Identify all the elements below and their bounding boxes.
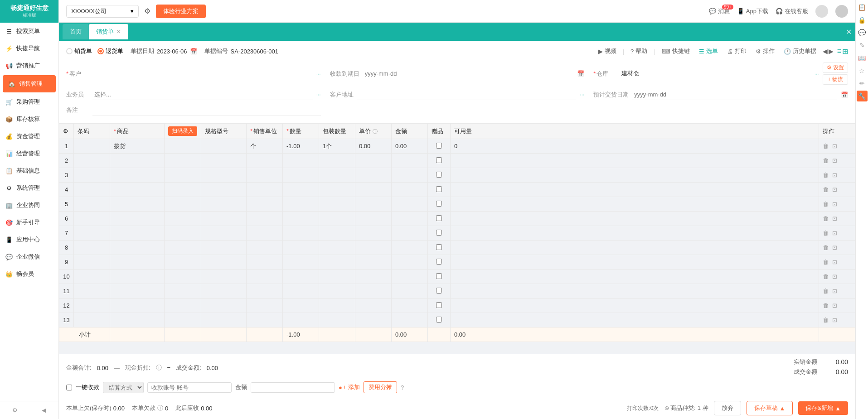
cell-barcode[interactable]: [74, 168, 110, 183]
cell-gift[interactable]: [428, 241, 451, 255]
cell-barcode[interactable]: [74, 255, 110, 270]
salesperson-input[interactable]: [92, 89, 313, 100]
calendar-icon2[interactable]: 📅: [577, 70, 584, 77]
cell-barcode[interactable]: [74, 241, 110, 255]
cell-barcode[interactable]: [74, 226, 110, 241]
video-btn[interactable]: ▶ 视频: [596, 46, 619, 56]
gift-checkbox[interactable]: [436, 157, 442, 163]
list-view-btn2[interactable]: ⊞: [842, 47, 848, 56]
sidebar-collapse-btn[interactable]: ◀: [40, 405, 48, 415]
expected-date-input[interactable]: [632, 89, 837, 100]
copy-icon[interactable]: ⊡: [832, 157, 837, 164]
gift-checkbox[interactable]: [436, 230, 442, 236]
barcode-input[interactable]: [78, 172, 106, 178]
right-panel-btn-7[interactable]: ✏: [857, 78, 868, 89]
delete-icon[interactable]: 🗑: [823, 186, 829, 193]
delete-icon[interactable]: 🗑: [823, 143, 829, 149]
service-button[interactable]: 🎧 在线客服: [776, 7, 808, 15]
sidebar-item-quicknav[interactable]: ⚡ 快捷导航: [0, 40, 58, 57]
cell-barcode[interactable]: [74, 212, 110, 226]
delete-icon[interactable]: 🗑: [823, 215, 829, 222]
history-btn[interactable]: 🕐 历史单据: [781, 46, 819, 56]
cell-gift[interactable]: [428, 255, 451, 270]
total-debt-help-icon[interactable]: ⓘ: [157, 404, 163, 412]
right-panel-btn-2[interactable]: 🔒: [857, 14, 868, 25]
customer-input[interactable]: [92, 68, 313, 79]
gift-checkbox[interactable]: [436, 143, 442, 149]
cell-gift[interactable]: [428, 299, 451, 313]
delete-icon[interactable]: 🗑: [823, 244, 829, 251]
sidebar-item-operation[interactable]: 📊 经营管理: [0, 145, 58, 162]
copy-icon[interactable]: ⊡: [832, 288, 837, 294]
right-panel-btn-5[interactable]: 📖: [857, 53, 868, 63]
gift-checkbox[interactable]: [436, 302, 442, 308]
copy-icon[interactable]: ⊡: [832, 244, 837, 251]
copy-icon[interactable]: ⊡: [832, 230, 837, 236]
gift-checkbox[interactable]: [436, 186, 442, 192]
addr-more-icon[interactable]: ···: [580, 92, 584, 98]
copy-icon[interactable]: ⊡: [832, 143, 837, 149]
barcode-input[interactable]: [78, 259, 106, 265]
settings-action-btn[interactable]: ⚙ 设置: [823, 63, 848, 73]
next-arrow[interactable]: ▶: [829, 48, 834, 55]
due-date-input[interactable]: [363, 68, 574, 79]
barcode-input[interactable]: [78, 244, 106, 251]
sidebar-item-marketing[interactable]: 📢 营销推广: [0, 57, 58, 74]
col-settings[interactable]: ⚙: [59, 124, 74, 139]
sidebar-item-member[interactable]: 👑 畅会员: [0, 265, 58, 283]
cell-gift[interactable]: [428, 284, 451, 299]
delete-icon[interactable]: 🗑: [823, 259, 829, 265]
cell-barcode[interactable]: [74, 284, 110, 299]
gift-checkbox[interactable]: [436, 172, 442, 178]
copy-icon[interactable]: ⊡: [832, 273, 837, 280]
barcode-input[interactable]: [78, 302, 106, 309]
cell-barcode[interactable]: [74, 299, 110, 313]
sidebar-item-wechat[interactable]: 💬 企业微信: [0, 248, 58, 265]
avatar-extra[interactable]: [835, 5, 848, 18]
delete-icon[interactable]: 🗑: [823, 172, 829, 178]
discount-help-icon[interactable]: ⓘ: [156, 364, 162, 372]
barcode-input[interactable]: [78, 157, 106, 164]
cell-gift[interactable]: [428, 313, 451, 327]
barcode-input[interactable]: [78, 317, 106, 323]
gift-checkbox[interactable]: [436, 259, 442, 265]
tab-close-icon[interactable]: ✕: [116, 29, 121, 35]
radio-return[interactable]: 退货单: [97, 47, 123, 55]
expense-button[interactable]: 费用分摊: [364, 381, 397, 393]
right-panel-btn-4[interactable]: ✎: [857, 40, 868, 51]
delete-icon[interactable]: 🗑: [823, 230, 829, 236]
barcode-input[interactable]: [78, 273, 106, 280]
operation-btn[interactable]: ⚙ 操作: [753, 46, 777, 56]
calendar-icon3[interactable]: 📅: [841, 92, 848, 98]
sidebar-item-inventory[interactable]: 📦 库存核算: [0, 111, 58, 128]
cell-gift[interactable]: [428, 183, 451, 197]
delete-icon[interactable]: 🗑: [823, 201, 829, 207]
delete-icon[interactable]: 🗑: [823, 302, 829, 309]
cell-gift[interactable]: [428, 168, 451, 183]
prev-arrow[interactable]: ◀: [823, 48, 828, 55]
cell-barcode[interactable]: [74, 270, 110, 284]
settings-icon[interactable]: ⚙: [144, 7, 150, 15]
help-btn[interactable]: ? 帮助: [628, 46, 650, 56]
list-view-btn1[interactable]: ≡: [837, 47, 841, 56]
cell-barcode[interactable]: [74, 197, 110, 212]
cell-barcode[interactable]: [74, 313, 110, 327]
sidebar-item-finance[interactable]: 💰 资金管理: [0, 128, 58, 145]
copy-icon[interactable]: ⊡: [832, 215, 837, 222]
radio-sales[interactable]: 销货单: [66, 47, 92, 55]
barcode-input[interactable]: [78, 230, 106, 236]
copy-icon[interactable]: ⊡: [832, 317, 837, 323]
barcode-input[interactable]: [78, 288, 106, 294]
trial-button[interactable]: 体验行业方案: [156, 5, 206, 18]
expense-help-icon[interactable]: ?: [401, 384, 404, 391]
copy-icon[interactable]: ⊡: [832, 172, 837, 178]
gift-checkbox[interactable]: [436, 273, 442, 279]
cell-gift[interactable]: [428, 212, 451, 226]
warehouse-input[interactable]: [620, 68, 810, 79]
close-all-tabs-button[interactable]: ✕: [846, 28, 852, 36]
warehouse-more-icon[interactable]: ···: [815, 71, 819, 77]
right-panel-btn-3[interactable]: 💬: [857, 27, 868, 38]
right-panel-btn-6[interactable]: ☆: [857, 65, 868, 76]
sidebar-item-sales[interactable]: 🏠 销售管理: [3, 75, 56, 92]
cell-barcode[interactable]: [74, 139, 110, 154]
